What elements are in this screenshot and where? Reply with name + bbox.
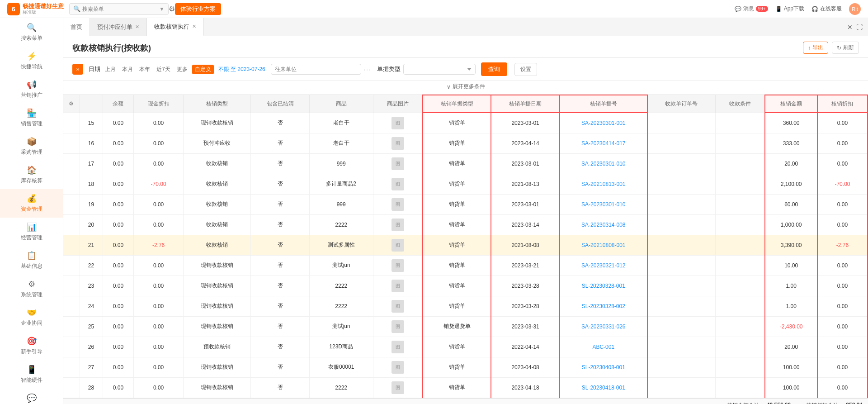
row-gear[interactable]: [63, 113, 80, 133]
refresh-button[interactable]: ↻ 刷新: [832, 42, 859, 54]
row-gear[interactable]: [63, 276, 80, 296]
counterparty-input[interactable]: [271, 64, 361, 75]
app-download-btn[interactable]: 📱 App下载: [775, 5, 804, 13]
row-bill-no[interactable]: SA-20230321-012: [560, 255, 647, 276]
row-bill-no[interactable]: SA-20230314-008: [560, 214, 647, 235]
table-row: 22 0.00 0.00 现销收款核销 否 测试jun 图 销货单 2023-0…: [63, 255, 868, 276]
row-num: 22: [80, 255, 103, 276]
table-header-row: ⚙ 余额 现金折扣 核销类型 包含已结清 商品 商品图片 核销单据类型 核销单据…: [63, 95, 868, 113]
row-bill-no[interactable]: SA-20210808-001: [560, 235, 647, 255]
row-receipt-condition: [715, 133, 765, 153]
date-btn-custom[interactable]: 自定义: [192, 65, 214, 74]
row-writeoff-type: 收款核销: [183, 153, 251, 174]
sidebar-label-basic-info: 基础信息: [21, 262, 42, 270]
sidebar-item-corp-collab[interactable]: 🤝企业协同: [0, 303, 63, 332]
row-product: 2222: [309, 214, 373, 235]
row-bill-no[interactable]: SA-20230301-010: [560, 194, 647, 214]
tab-close-btn[interactable]: ✕: [847, 24, 853, 31]
sidebar-item-operations[interactable]: 📊经营管理: [0, 218, 63, 246]
date-btn-last-month[interactable]: 上月: [103, 65, 118, 74]
row-gear[interactable]: [63, 357, 80, 377]
row-bill-no[interactable]: ABC-001: [560, 337, 647, 357]
product-img-cell: 图: [373, 357, 423, 377]
date-btn-7days[interactable]: 近7天: [155, 65, 172, 74]
product-img-cell: 图: [373, 235, 423, 255]
tab-prepay-label: 预付冲应付单: [97, 23, 132, 31]
row-gear[interactable]: [63, 214, 80, 235]
query-button[interactable]: 查询: [481, 62, 507, 76]
sidebar-item-system[interactable]: ⚙系统管理: [0, 275, 63, 303]
tab-prepay-close[interactable]: ✕: [135, 24, 139, 30]
refresh-label: 刷新: [843, 44, 854, 52]
row-bill-no[interactable]: SA-20230331-026: [560, 316, 647, 337]
tab-expand-btn[interactable]: ⛶: [856, 24, 863, 31]
sidebar-label-finance: 资金管理: [21, 205, 42, 213]
industry-btn[interactable]: 体验行业方案: [175, 3, 221, 15]
row-gear[interactable]: [63, 377, 80, 398]
row-bill-no[interactable]: SA-20230301-001: [560, 113, 647, 133]
row-gear[interactable]: [63, 316, 80, 337]
sidebar-label-sales: 销售管理: [21, 120, 42, 128]
row-gear[interactable]: [63, 194, 80, 214]
row-product: 老白干: [309, 113, 373, 133]
row-writeoff-discount: 0.00: [817, 113, 868, 133]
sidebar-item-basic-info[interactable]: 📋基础信息: [0, 246, 63, 275]
row-cash-discount: 0.00: [134, 276, 183, 296]
sidebar-item-marketing[interactable]: 📢营销推广: [0, 75, 63, 104]
row-bill-no[interactable]: SA-20230301-010: [560, 153, 647, 174]
row-bill-no[interactable]: SL-20230328-002: [560, 296, 647, 316]
row-bill-no[interactable]: SL-20230328-001: [560, 276, 647, 296]
row-gear[interactable]: [63, 255, 80, 276]
date-btn-more[interactable]: 更多: [175, 65, 189, 74]
sidebar-item-sales[interactable]: 🏪销售管理: [0, 104, 63, 132]
filter-counterparty-group: ···: [271, 64, 372, 75]
row-cash-discount: 0.00: [134, 357, 183, 377]
export-label: 导出: [812, 44, 823, 52]
expand-more-button[interactable]: ∨ 展开更多条件: [447, 83, 485, 90]
row-gear[interactable]: [63, 296, 80, 316]
row-gear[interactable]: [63, 153, 80, 174]
row-writeoff-discount: -2.76: [817, 235, 868, 255]
row-gear[interactable]: [63, 133, 80, 153]
row-num: 21: [80, 235, 103, 255]
row-balance: 0.00: [103, 174, 134, 194]
row-num: 26: [80, 337, 103, 357]
table-row: 27 0.00 0.00 现销收款核销 否 衣服00001 图 销货单 2023…: [63, 357, 868, 377]
sidebar-icon-finance: 💰: [27, 194, 37, 204]
gear-button[interactable]: ⚙: [169, 5, 175, 13]
row-gear[interactable]: [63, 174, 80, 194]
sidebar-item-corp-wechat[interactable]: 💬企业微信: [0, 389, 63, 404]
row-bill-no[interactable]: SA-20230414-017: [560, 133, 647, 153]
row-bill-type: 销货单: [423, 113, 491, 133]
sidebar-item-newcomer[interactable]: 🎯新手引导: [0, 332, 63, 360]
messages-btn[interactable]: 💬 消息 99+: [735, 5, 768, 13]
online-service-btn[interactable]: 🎧 在线客服: [811, 5, 842, 13]
user-avatar[interactable]: Rit: [849, 3, 861, 15]
row-bill-no[interactable]: SL-20230408-001: [560, 357, 647, 377]
row-writeoff-type: 预付冲应收: [183, 133, 251, 153]
sidebar-item-smart-hw[interactable]: 📱智能硬件: [0, 360, 63, 389]
search-box[interactable]: 🔍 ▼: [69, 3, 169, 15]
date-btn-this-year[interactable]: 本年: [137, 65, 152, 74]
row-gear[interactable]: [63, 337, 80, 357]
row-bill-no[interactable]: SL-20230418-001: [560, 377, 647, 398]
sidebar-item-purchase[interactable]: 📦采购管理: [0, 132, 63, 161]
date-range: 不限 至 2023-07-26: [218, 66, 265, 73]
settings-button[interactable]: 设置: [514, 63, 537, 76]
col-gear[interactable]: ⚙: [63, 95, 80, 113]
export-button[interactable]: ↑ 导出: [803, 42, 828, 54]
tab-prepay[interactable]: 预付冲应付单 ✕: [90, 18, 147, 36]
tab-collection[interactable]: 收款核销执行 ✕: [147, 18, 204, 36]
tab-home[interactable]: 首页: [63, 18, 90, 36]
sidebar-item-search[interactable]: 🔍搜索菜单: [0, 18, 63, 47]
date-btn-this-month[interactable]: 本月: [120, 65, 135, 74]
search-input[interactable]: [82, 6, 155, 12]
sidebar-item-finance[interactable]: 💰资金管理: [0, 189, 63, 218]
sidebar-item-inventory[interactable]: 🏠库存核算: [0, 161, 63, 189]
row-gear[interactable]: [63, 235, 80, 255]
tab-collection-close[interactable]: ✕: [192, 24, 196, 29]
sidebar-item-quick-nav[interactable]: ⚡快捷导航: [0, 47, 63, 75]
doctype-select[interactable]: [403, 64, 476, 75]
row-bill-no[interactable]: SA-20210813-001: [560, 174, 647, 194]
filter-expand-button[interactable]: »: [72, 64, 83, 75]
